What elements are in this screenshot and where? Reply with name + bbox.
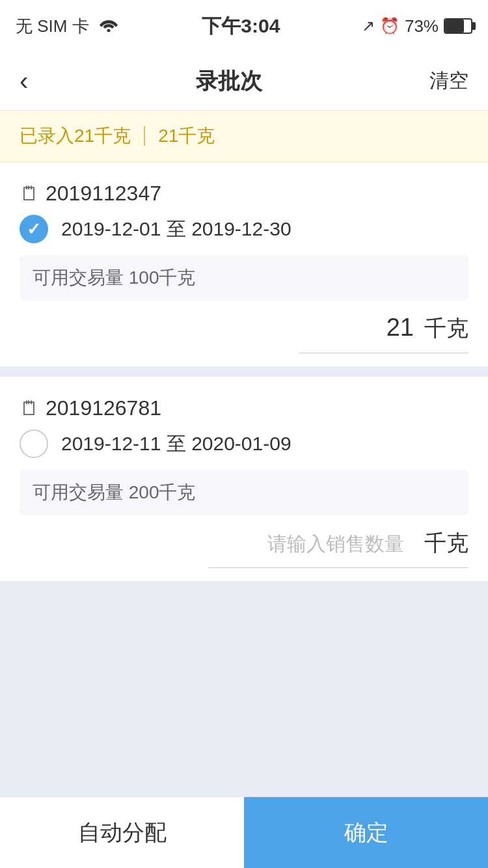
batch-card-1: 🗒 2019112347 ✓ 2019-12-01 至 2019-12-30 可… bbox=[0, 162, 488, 366]
doc-icon-1: 🗒 bbox=[20, 183, 39, 205]
batch-1-date: 2019-12-01 至 2019-12-30 bbox=[61, 216, 291, 243]
summary-value: 21千克 bbox=[158, 124, 215, 148]
wifi-icon bbox=[97, 16, 120, 36]
battery-text: 73% bbox=[405, 16, 439, 36]
back-button[interactable]: ‹ bbox=[20, 66, 28, 96]
clear-button[interactable]: 清空 bbox=[429, 68, 468, 94]
bottom-bar: 自动分配 确定 bbox=[0, 796, 488, 868]
nav-bar: ‹ 录批次 清空 bbox=[0, 52, 488, 111]
batch-2-date: 2019-12-11 至 2020-01-09 bbox=[61, 431, 291, 457]
summary-divider bbox=[144, 126, 145, 146]
batch-1-radio[interactable]: ✓ bbox=[20, 215, 48, 243]
summary-recorded-label: 已录入21千克 bbox=[20, 124, 131, 148]
location-icon: ↗ bbox=[362, 17, 375, 35]
content-area: 🗒 2019112347 ✓ 2019-12-01 至 2019-12-30 可… bbox=[0, 162, 488, 848]
confirm-button[interactable]: 确定 bbox=[244, 797, 488, 869]
card-divider bbox=[0, 366, 488, 377]
batch-1-date-row[interactable]: ✓ 2019-12-01 至 2019-12-30 bbox=[20, 215, 468, 243]
batch-2-input-unit: 千克 bbox=[424, 528, 468, 558]
batch-1-header: 🗒 2019112347 bbox=[20, 182, 468, 206]
batch-2-radio[interactable] bbox=[20, 429, 48, 458]
batch-1-amount: 21 bbox=[386, 314, 414, 342]
summary-bar: 已录入21千克 21千克 bbox=[0, 111, 488, 162]
doc-icon-2: 🗒 bbox=[20, 398, 39, 420]
auto-distribute-button[interactable]: 自动分配 bbox=[0, 797, 244, 869]
batch-2-date-row[interactable]: 2019-12-11 至 2020-01-09 bbox=[20, 429, 468, 458]
batch-2-id: 2019126781 bbox=[46, 396, 161, 420]
batch-1-unit: 千克 bbox=[424, 314, 468, 344]
status-time: 下午3:04 bbox=[202, 13, 280, 40]
alarm-icon: ⏰ bbox=[380, 17, 400, 35]
batch-1-qty: 可用交易量 100千克 bbox=[20, 255, 468, 301]
qty-input-2[interactable] bbox=[232, 533, 414, 555]
checkmark-icon: ✓ bbox=[27, 219, 41, 239]
page-title: 录批次 bbox=[196, 66, 262, 96]
batch-2-qty: 可用交易量 200千克 bbox=[20, 470, 468, 515]
battery-icon bbox=[444, 18, 472, 34]
status-bar: 无 SIM 卡 下午3:04 ↗ ⏰ 73% bbox=[0, 0, 488, 52]
batch-1-id: 2019112347 bbox=[46, 182, 161, 206]
batch-item-1: 🗒 2019112347 ✓ 2019-12-01 至 2019-12-30 可… bbox=[0, 162, 488, 301]
carrier-text: 无 SIM 卡 bbox=[16, 15, 89, 38]
status-right: ↗ ⏰ 73% bbox=[362, 16, 472, 36]
status-left: 无 SIM 卡 bbox=[16, 15, 120, 38]
svg-point-0 bbox=[107, 29, 110, 32]
batch-card-2: 🗒 2019126781 2019-12-11 至 2020-01-09 可用交… bbox=[0, 377, 488, 581]
batch-2-qty-text: 可用交易量 200千克 bbox=[33, 482, 196, 502]
batch-2-header: 🗒 2019126781 bbox=[20, 396, 468, 420]
batch-1-qty-text: 可用交易量 100千克 bbox=[33, 267, 196, 288]
batch-item-2: 🗒 2019126781 2019-12-11 至 2020-01-09 可用交… bbox=[0, 377, 488, 515]
